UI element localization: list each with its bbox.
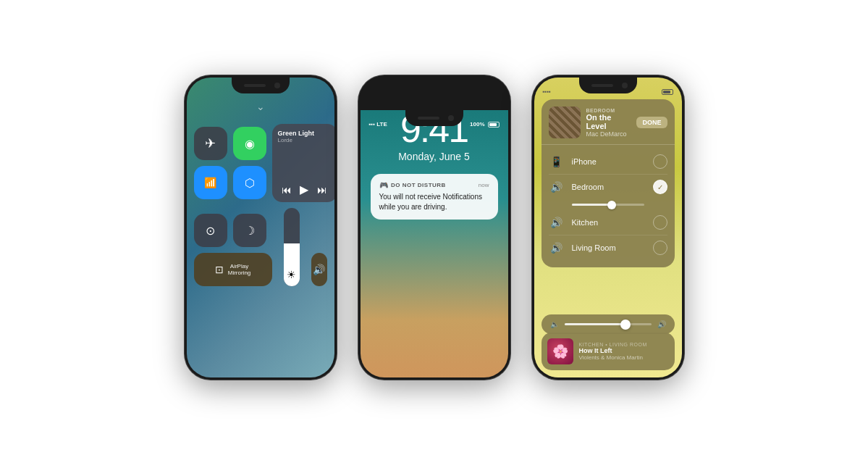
airplay-device-iphone[interactable]: 📱 iPhone	[549, 149, 667, 175]
cc-screen-moon-row: ⊙ ☽	[194, 214, 272, 247]
slider-fill	[572, 204, 612, 206]
cc-cellular-button[interactable]: 📶	[194, 166, 227, 199]
next-icon[interactable]: ⏭	[317, 184, 327, 196]
dnd-icon: 🎮	[379, 181, 389, 189]
master-volume-inner: 🔈 🔊	[542, 314, 675, 334]
cc-bluetooth-button[interactable]: ⬡	[233, 166, 266, 199]
np-artist: Mac DeMarco	[586, 130, 631, 138]
second-song-info: KITCHEN • LIVING ROOM How It Left Violen…	[579, 342, 669, 361]
battery-icon	[488, 122, 500, 128]
chevron-icon: ⌄	[256, 101, 265, 112]
album-art-2: 🌸	[547, 338, 573, 364]
prev-icon[interactable]: ⏮	[282, 184, 292, 196]
wifi-icon: ◉	[245, 137, 255, 151]
airplay-now-playing: BEDROOM On the Level Mac DeMarco DONE	[549, 107, 667, 138]
airplay-device-panel: BEDROOM On the Level Mac DeMarco DONE 📱 …	[542, 99, 675, 267]
cc-do-not-disturb-button[interactable]: ☽	[233, 214, 266, 247]
airplay-device-kitchen[interactable]: 🔊 Kitchen	[549, 210, 667, 235]
second-song-inner: 🌸 KITCHEN • LIVING ROOM How It Left Viol…	[542, 333, 675, 370]
second-title: How It Left	[579, 347, 669, 354]
lock-date-display: Monday, June 5	[361, 151, 508, 162]
vol-max-icon: 🔊	[657, 320, 666, 328]
master-volume-panel: 🔈 🔊	[542, 314, 675, 334]
np-title: On the Level	[586, 113, 631, 130]
airplay-icon: ⊡	[215, 264, 224, 275]
kitchen-device-name: Kitchen	[572, 218, 646, 227]
kitchen-check	[653, 215, 667, 230]
phone2: ▪▪▪ LTE 100% 9:41 Monday, June 5	[358, 75, 510, 380]
cc-network-block: ✈ ◉ 📶	[194, 124, 334, 202]
vol-fill	[565, 323, 625, 325]
airplay-device-livingroom[interactable]: 🔊 Living Room	[549, 235, 667, 260]
cc-music-controls: ⏮ ▶ ⏭	[278, 183, 332, 196]
cc-volume-button[interactable]: 🔊	[311, 253, 327, 286]
battery-fill	[489, 123, 497, 126]
camera2	[448, 115, 454, 121]
cc-screen-rotation-button[interactable]: ⊙	[194, 214, 227, 247]
slider-thumb	[607, 201, 616, 209]
vol-min-icon: 🔈	[550, 320, 559, 328]
camera1	[274, 83, 280, 88]
phone3: ▪▪▪▪ BEDROOM	[532, 75, 684, 380]
cellular-icon: 📶	[204, 177, 216, 188]
camera3	[622, 83, 628, 88]
cc-left-col: ⊙ ☽ ⊡ AirPlayMirroring	[194, 214, 272, 286]
cc-top-buttons: ✈ ◉	[194, 127, 266, 160]
phone3-wrapper: ▪▪▪▪ BEDROOM	[532, 75, 684, 380]
notch3	[579, 78, 637, 93]
second-source: KITCHEN • LIVING ROOM	[579, 342, 669, 347]
bedroom-device-section: 🔊 Bedroom ✓	[549, 175, 667, 210]
phone2-screen: ▪▪▪ LTE 100% 9:41 Monday, June 5	[361, 78, 508, 377]
iphone-check	[653, 154, 667, 169]
dnd-notification-card: 🎮 DO NOT DISTURB now You will not receiv…	[371, 174, 498, 220]
cc-airplay-mirroring-button[interactable]: ⊡ AirPlayMirroring	[194, 253, 272, 286]
cc-wifi-button[interactable]: ◉	[233, 127, 266, 160]
cc-music-artist: Lorde	[278, 137, 332, 143]
p3-battery-fill	[663, 91, 671, 93]
dnd-message-text: You will not receive Notifications while…	[379, 192, 489, 212]
bedroom-device-icon: 🔊	[549, 179, 565, 195]
airplane-icon: ✈	[205, 135, 216, 151]
phone1-wrapper: ⌄ ✈	[185, 75, 337, 380]
livingroom-device-name: Living Room	[572, 243, 646, 252]
chevron-indicator: ⌄	[187, 98, 334, 118]
speaker1	[244, 84, 266, 87]
phone1-screen: ⌄ ✈	[187, 78, 334, 377]
vol-track[interactable]	[565, 323, 652, 325]
cc-brightness-slider[interactable]: ☀	[284, 208, 300, 286]
notch1	[232, 78, 290, 93]
phone3-screen: ▪▪▪▪ BEDROOM	[534, 78, 682, 377]
vol-thumb	[620, 320, 631, 330]
control-center-panel: ✈ ◉ 📶	[194, 124, 327, 370]
phone2-wrapper: ▪▪▪ LTE 100% 9:41 Monday, June 5	[358, 75, 510, 380]
p3-battery	[662, 89, 673, 95]
lock-signal: ▪▪▪ LTE	[369, 121, 387, 128]
dnd-timestamp: now	[479, 182, 489, 188]
cc-row-1: ✈ ◉ 📶	[194, 124, 327, 202]
cc-row-2: ⊙ ☽ ⊡ AirPlayMirroring	[194, 208, 327, 286]
livingroom-device-icon: 🔊	[549, 240, 565, 256]
kitchen-device-icon: 🔊	[549, 214, 565, 230]
phone1: ⌄ ✈	[185, 75, 337, 380]
airplay-device-bedroom[interactable]: 🔊 Bedroom ✓	[549, 175, 667, 199]
bluetooth-icon: ⬡	[245, 176, 255, 190]
p3-signal: ▪▪▪▪	[543, 88, 551, 95]
cc-music-widget[interactable]: Green Light Lorde ⏮ ▶ ⏭	[272, 124, 334, 202]
bedroom-volume-slider[interactable]	[549, 199, 667, 210]
album-art-texture	[549, 107, 581, 138]
bedroom-device-name: Bedroom	[572, 183, 646, 191]
play-icon[interactable]: ▶	[300, 183, 308, 196]
volume-icon: 🔊	[313, 264, 325, 275]
cc-bottom-buttons: 📶 ⬡	[194, 166, 266, 199]
bedroom-check: ✓	[653, 180, 667, 194]
moon-icon: ☽	[245, 224, 255, 238]
speaker3	[591, 84, 613, 87]
cc-music-title: Green Light	[278, 130, 332, 137]
p3-status-right	[662, 89, 673, 95]
speaker2	[418, 117, 439, 120]
notch2	[405, 110, 463, 126]
vol-slider-row: 🔈 🔊	[550, 320, 666, 328]
np-done-button[interactable]: DONE	[636, 117, 667, 128]
airplay-divider-1	[542, 144, 675, 145]
cc-airplane-button[interactable]: ✈	[194, 127, 227, 160]
